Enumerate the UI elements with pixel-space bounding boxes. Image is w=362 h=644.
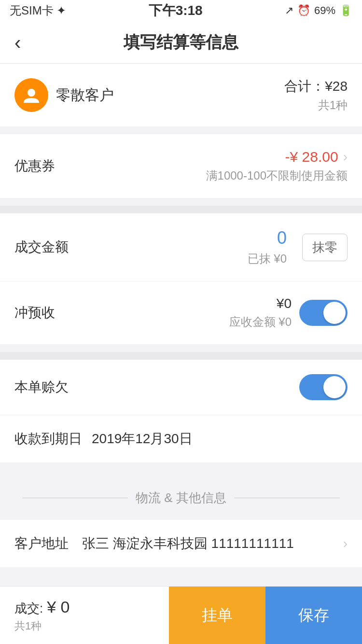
- round-zero-button[interactable]: 抹零: [302, 234, 348, 261]
- deal-amount-sub: 已抹 ¥0: [248, 251, 287, 266]
- deal-amount-right: 0 已抹 ¥0 抹零: [248, 228, 348, 266]
- bottom-info: 成交: ¥ 0 共1种: [0, 598, 169, 633]
- advance-toggle-knob: [323, 302, 346, 324]
- deal-amount-row: 成交金额 0 已抹 ¥0 抹零: [0, 213, 362, 281]
- advance-sub: 应收金额 ¥0: [229, 314, 292, 330]
- user-icon: [22, 85, 41, 105]
- due-date-label: 收款到期日: [14, 430, 82, 448]
- logistics-label: 物流 & 其他信息: [136, 490, 226, 506]
- debt-toggle-knob: [323, 376, 346, 398]
- customer-row: 零散客户 合计：¥28 共1种: [0, 64, 362, 126]
- status-right: ↗ ⏰ 69% 🔋: [285, 4, 352, 17]
- customer-total: 合计：¥28: [284, 77, 348, 96]
- bottom-bar: 成交: ¥ 0 共1种 挂单 保存: [0, 586, 362, 644]
- customer-count: 共1种: [284, 98, 348, 113]
- address-row[interactable]: 客户地址 张三 海淀永丰科技园 11111111111 ›: [0, 520, 362, 567]
- coupon-right: -¥ 28.00 › 满1000-100不限制使用金额: [82, 149, 348, 183]
- deal-advance-section: 成交金额 0 已抹 ¥0 抹零 冲预收 ¥0 应收金额 ¥0: [0, 213, 362, 344]
- status-time: 下午3:18: [149, 1, 203, 20]
- page-title: 填写结算等信息: [124, 31, 238, 54]
- advance-row: 冲预收 ¥0 应收金额 ¥0: [0, 281, 362, 344]
- address-chevron-icon: ›: [343, 536, 348, 551]
- battery-text: 69%: [314, 4, 335, 17]
- debt-label: 本单赊欠: [14, 378, 82, 396]
- customer-avatar: [14, 78, 48, 112]
- address-label: 客户地址: [14, 534, 72, 553]
- back-button[interactable]: ‹: [14, 33, 21, 52]
- section-divider-2: [0, 352, 362, 360]
- bottom-deal-count: 共1种: [14, 619, 154, 633]
- due-date-value: 2019年12月30日: [92, 430, 193, 448]
- save-button[interactable]: 保存: [265, 587, 362, 644]
- address-value: 张三 海淀永丰科技园 11111111111: [82, 534, 338, 553]
- bottom-deal-value: ¥ 0: [47, 598, 70, 616]
- section-divider-3: [0, 462, 362, 470]
- due-date-row: 收款到期日 2019年12月30日: [0, 415, 362, 462]
- deal-amount-label: 成交金额: [14, 238, 82, 256]
- nav-bar: ‹ 填写结算等信息: [0, 21, 362, 64]
- bottom-deal-label: 成交:: [14, 600, 43, 617]
- main-content: 零散客户 合计：¥28 共1种 优惠券 -¥ 28.00 › 满1000-100…: [0, 64, 362, 630]
- customer-name: 零散客户: [56, 85, 114, 105]
- debt-row: 本单赊欠: [0, 360, 362, 415]
- coupon-value: -¥ 28.00: [285, 149, 338, 165]
- coupon-sub-value: 满1000-100不限制使用金额: [206, 168, 348, 183]
- coupon-chevron: ›: [343, 149, 348, 165]
- alarm-icon: ⏰: [297, 4, 310, 17]
- hang-order-button[interactable]: 挂单: [169, 587, 265, 644]
- coupon-value-wrapper: -¥ 28.00 ›: [285, 149, 348, 165]
- customer-left: 零散客户: [14, 78, 114, 112]
- customer-right: 合计：¥28 共1种: [284, 77, 348, 113]
- deal-amount-value-col: 0 已抹 ¥0: [248, 228, 287, 266]
- advance-value-col: ¥0 应收金额 ¥0: [229, 296, 292, 330]
- deal-amount-value: 0: [277, 228, 287, 248]
- coupon-section: 优惠券 -¥ 28.00 › 满1000-100不限制使用金额: [0, 134, 362, 198]
- battery-icon: 🔋: [339, 4, 352, 17]
- status-left: 无SIM卡 ✦: [10, 3, 66, 18]
- logistics-section-header: 物流 & 其他信息: [0, 478, 362, 518]
- advance-value: ¥0: [277, 296, 292, 311]
- location-icon: ↗: [285, 4, 293, 17]
- coupon-label: 优惠券: [14, 157, 82, 175]
- status-bar: 无SIM卡 ✦ 下午3:18 ↗ ⏰ 69% 🔋: [0, 0, 362, 21]
- debt-toggle[interactable]: [299, 374, 348, 400]
- bottom-buttons: 挂单 保存: [169, 587, 362, 644]
- svg-point-0: [28, 89, 35, 97]
- coupon-row[interactable]: 优惠券 -¥ 28.00 › 满1000-100不限制使用金额: [0, 134, 362, 198]
- advance-label: 冲预收: [14, 304, 82, 322]
- section-divider-1: [0, 206, 362, 213]
- advance-toggle[interactable]: [299, 300, 348, 326]
- no-sim-text: 无SIM卡 ✦: [10, 3, 66, 18]
- advance-right-wrapper: ¥0 应收金额 ¥0: [229, 296, 348, 330]
